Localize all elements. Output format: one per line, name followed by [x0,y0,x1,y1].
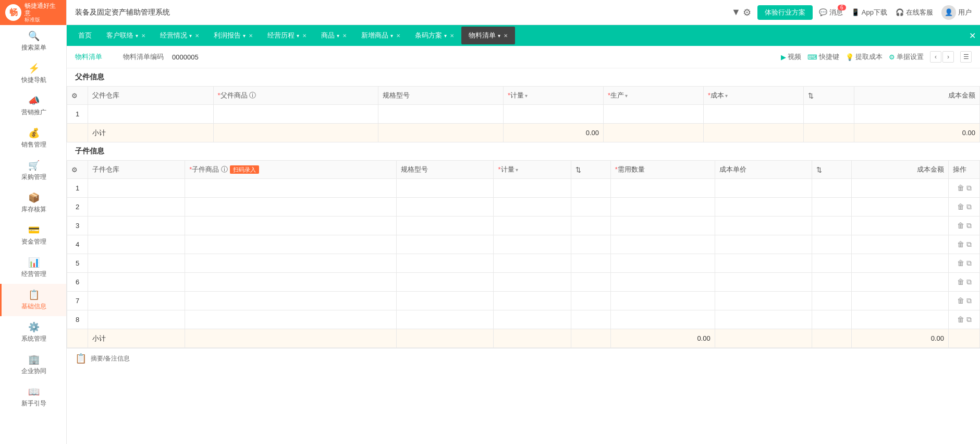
child-cell-qty-6[interactable] [610,273,715,292]
sidebar-item-basic[interactable]: 📋 基础信息 [0,284,66,316]
child-cell-warehouse-6[interactable] [88,273,185,292]
dropdown-arrow-icon[interactable]: ▼ [731,7,741,18]
child-cell-unitcost-5[interactable] [715,254,812,273]
child-cell-unit-3[interactable] [494,217,571,235]
child-cell-warehouse-7[interactable] [88,292,185,310]
child-cell-product-6[interactable] [185,273,397,292]
menu-icon[interactable]: ☰ [960,51,972,63]
close-all-tabs[interactable]: ✕ [969,31,976,41]
child-cell-qty-3[interactable] [610,217,715,235]
sidebar-item-enterprise[interactable]: 🏢 企业协同 [0,349,66,381]
delete-icon-5[interactable]: 🗑 [957,259,964,268]
child-cell-unit-7[interactable] [494,292,571,310]
child-cell-spec-2[interactable] [397,198,494,217]
child-cell-product-4[interactable] [185,235,397,254]
prev-arrow[interactable]: ‹ [930,51,941,63]
child-cell-unit-8[interactable] [494,310,571,329]
child-cell-spec-4[interactable] [397,235,494,254]
parent-cell-cost[interactable] [703,105,803,124]
sidebar-item-operation[interactable]: 📊 经营管理 [0,251,66,284]
child-cell-warehouse-3[interactable] [88,217,185,235]
nav-tab-条码方案[interactable]: 条码方案 ▾ ✕ [408,27,461,44]
nav-tab-经营历程[interactable]: 经营历程 ▾ ✕ [260,27,314,44]
child-cell-spec-8[interactable] [397,310,494,329]
child-cell-spec-3[interactable] [397,217,494,235]
child-cell-unitcost-2[interactable] [715,198,812,217]
delete-icon-7[interactable]: 🗑 [957,296,964,305]
nav-tab-商品[interactable]: 商品 ▾ ✕ [314,27,354,44]
copy-icon-4[interactable]: ⧉ [966,240,972,249]
child-cell-unitcost-3[interactable] [715,217,812,235]
copy-icon-7[interactable]: ⧉ [966,296,972,305]
child-cell-qty-7[interactable] [610,292,715,310]
sidebar-item-sales[interactable]: 💰 销售管理 [0,122,66,154]
nav-tab-利润报告[interactable]: 利润报告 ▾ ✕ [206,27,260,44]
delete-icon-4[interactable]: 🗑 [957,240,964,249]
copy-icon-8[interactable]: ⧉ [966,315,972,324]
experience-btn[interactable]: 体验行业方案 [757,5,813,20]
child-cell-spec-7[interactable] [397,292,494,310]
child-cell-qty-4[interactable] [610,235,715,254]
child-cell-product-7[interactable] [185,292,397,310]
copy-icon-3[interactable]: ⧉ [966,221,972,230]
child-cell-spec-6[interactable] [397,273,494,292]
delete-icon-1[interactable]: 🗑 [957,184,964,193]
copy-icon-6[interactable]: ⧉ [966,278,972,286]
child-cell-product-8[interactable] [185,310,397,329]
copy-icon-1[interactable]: ⧉ [966,184,972,193]
child-cell-spec-5[interactable] [397,254,494,273]
sidebar-item-system[interactable]: ⚙️ 系统管理 [0,316,66,349]
child-cell-qty-8[interactable] [610,310,715,329]
child-cell-product-3[interactable] [185,217,397,235]
child-cell-unitcost-7[interactable] [715,292,812,310]
child-cell-qty-5[interactable] [610,254,715,273]
copy-icon-5[interactable]: ⧉ [966,259,972,268]
child-cell-unitcost-6[interactable] [715,273,812,292]
user-menu[interactable]: 👤 用户 [941,5,972,20]
sidebar-item-purchase[interactable]: 🛒 采购管理 [0,154,66,187]
delete-icon-2[interactable]: 🗑 [957,202,964,211]
delete-icon-6[interactable]: 🗑 [957,278,964,286]
next-arrow[interactable]: › [942,51,954,63]
parent-cell-product[interactable] [213,105,378,124]
parent-cell-unit[interactable] [504,105,604,124]
child-cell-unit-6[interactable] [494,273,571,292]
view-btn[interactable]: ▶ 视频 [781,52,801,62]
parent-th-gear[interactable]: ⚙ [67,87,88,105]
child-cell-product-1[interactable] [185,179,397,198]
notes-icon[interactable]: 📋 [75,353,87,364]
child-cell-unit-1[interactable] [494,179,571,198]
child-cell-unitcost-4[interactable] [715,235,812,254]
app-download-btn[interactable]: 📱 App下载 [851,8,887,17]
delete-icon-8[interactable]: 🗑 [957,315,964,324]
child-cell-warehouse-1[interactable] [88,179,185,198]
sidebar-item-marketing[interactable]: 📣 营销推广 [0,90,66,122]
delete-icon-3[interactable]: 🗑 [957,221,964,230]
child-cell-qty-2[interactable] [610,198,715,217]
sidebar-item-inventory[interactable]: 📦 库存核算 [0,187,66,219]
parent-cell-production[interactable] [604,105,704,124]
child-cell-unit-2[interactable] [494,198,571,217]
child-cell-product-2[interactable] [185,198,397,217]
sidebar-item-quick-nav[interactable]: ⚡ 快捷导航 [0,57,66,90]
online-service-btn[interactable]: 🎧 在线客服 [896,8,933,17]
sidebar-item-finance[interactable]: 💳 资金管理 [0,219,66,251]
breadcrumb-parent[interactable]: 物料清单 [75,52,102,62]
child-cell-product-5[interactable] [185,254,397,273]
nav-tab-首页[interactable]: 首页 [71,27,99,44]
nav-tab-新增商品[interactable]: 新增商品 ▾ ✕ [354,27,408,44]
message-btn[interactable]: 💬 消息 6 [819,8,843,17]
sidebar-item-guide[interactable]: 📖 新手引导 [0,381,66,413]
settings-icon[interactable]: ⚙ [743,7,751,18]
child-cell-unitcost-8[interactable] [715,310,812,329]
child-th-gear[interactable]: ⚙ [67,161,88,179]
nav-tab-客户联络[interactable]: 客户联络 ▾ ✕ [99,27,153,44]
child-cell-spec-1[interactable] [397,179,494,198]
child-cell-unit-5[interactable] [494,254,571,273]
extract-cost-btn[interactable]: 💡 提取成本 [846,52,883,62]
scan-badge[interactable]: 扫码录入 [230,165,259,174]
shortcut-btn[interactable]: ⌨ 快捷键 [807,52,839,62]
child-cell-qty-1[interactable] [610,179,715,198]
copy-icon-2[interactable]: ⧉ [966,202,972,211]
parent-cell-warehouse[interactable] [88,105,214,124]
